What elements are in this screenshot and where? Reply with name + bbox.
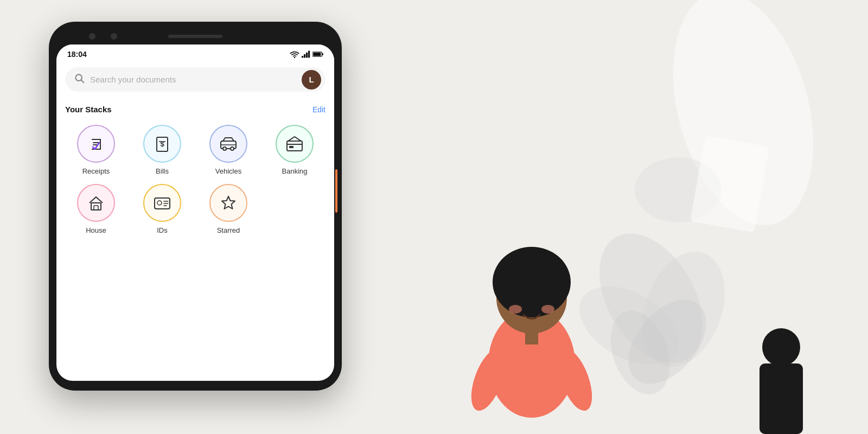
svg-point-43 [157,201,162,205]
stack-item-banking[interactable]: Banking [264,125,326,175]
phone-device: 18:04 [49,22,342,391]
illustration-area [326,0,868,434]
svg-rect-37 [287,141,302,151]
phone-earpiece [111,33,117,40]
svg-rect-39 [289,146,293,148]
stack-label-vehicles: Vehicles [215,167,241,175]
phone-screen: 18:04 [56,44,334,381]
app-content: Search your documents L Your Stacks Edit [56,62,334,245]
stack-label-starred: Starred [217,226,240,234]
svg-rect-24 [308,51,310,58]
svg-point-20 [294,57,296,58]
scroll-indicator [335,169,337,213]
svg-rect-21 [302,56,303,58]
person-illustration [456,190,608,434]
stack-label-ids: IDs [157,226,168,234]
stack-circle-ids [143,184,181,222]
phone-wrapper: 18:04 [33,0,358,434]
svg-rect-19 [760,363,803,434]
stack-label-house: House [86,226,106,234]
stack-item-starred[interactable]: Starred [197,184,259,234]
svg-marker-47 [222,196,235,209]
search-placeholder-text: Search your documents [90,75,317,84]
svg-point-13 [509,305,522,314]
stack-label-banking: Banking [282,167,308,175]
stack-item-ids[interactable]: IDs [131,184,193,234]
svg-rect-22 [304,54,305,58]
stack-item-house[interactable]: House [65,184,127,234]
stack-circle-banking [276,125,314,163]
svg-line-29 [81,80,84,83]
stack-label-receipts: Receipts [82,167,110,175]
status-icons [290,50,323,58]
svg-rect-15 [525,328,538,344]
wifi-icon [290,50,299,58]
svg-point-10 [493,247,571,317]
stack-circle-house [77,184,115,222]
stack-item-bills[interactable]: $ Bills [131,125,193,175]
stacks-title: Your Stacks [65,105,112,114]
status-time: 18:04 [67,50,87,59]
stack-circle-vehicles [209,125,247,163]
stack-item-vehicles[interactable]: Vehicles [197,125,259,175]
person-silhouette [749,326,814,434]
stacks-edit-button[interactable]: Edit [312,105,326,114]
svg-point-12 [540,299,545,303]
svg-rect-26 [322,53,324,55]
phone-top-bar [56,31,334,44]
stack-label-bills: Bills [156,167,169,175]
stacks-grid: Receipts $ Bills [65,125,326,234]
svg-rect-40 [91,203,101,210]
search-bar[interactable]: Search your documents L [65,67,326,92]
stack-circle-receipts [77,125,115,163]
phone-camera [89,33,95,40]
status-bar: 18:04 [56,44,334,62]
phone-speaker [168,35,222,38]
svg-rect-41 [94,206,98,210]
stacks-header: Your Stacks Edit [65,105,326,114]
svg-rect-23 [306,53,308,58]
svg-rect-27 [313,53,321,56]
svg-point-14 [541,305,554,314]
signal-icon [302,50,310,58]
battery-icon [312,51,323,58]
svg-point-18 [762,328,800,366]
svg-point-35 [231,147,234,150]
user-avatar[interactable]: L [302,70,321,90]
stack-item-receipts[interactable]: Receipts [65,125,127,175]
svg-point-34 [223,147,226,150]
search-icon [74,73,85,86]
stack-circle-bills: $ [143,125,181,163]
stack-circle-starred [209,184,247,222]
svg-point-11 [519,299,523,303]
